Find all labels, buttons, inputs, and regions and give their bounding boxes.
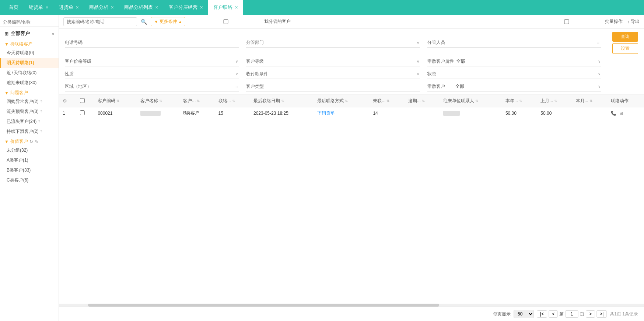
edit-icon[interactable]: ✎ — [35, 139, 38, 144]
filter-price-tier[interactable]: 客户价格等级 ∨ — [65, 57, 239, 66]
filter-dept: 分管部门 ∨ — [246, 38, 420, 48]
filter-scatter-attr[interactable]: 零散客户属性 全部 ∨ — [427, 57, 601, 66]
filter-customer-tier[interactable]: 客户等级 ∨ — [246, 57, 420, 66]
sort-icon[interactable]: ⇅ — [281, 99, 284, 103]
query-button[interactable]: 查询 — [612, 32, 638, 42]
filter-payment-terms[interactable]: 收付款条件 ∨ — [246, 69, 420, 79]
batch-ops-button[interactable]: 批量操作 — [530, 18, 623, 25]
my-customers-checkbox-container[interactable]: 我分管的客户 — [189, 18, 291, 25]
phone-input[interactable] — [93, 40, 239, 45]
filter-status[interactable]: 状态 ∨ — [427, 69, 601, 79]
row-select-checkbox[interactable] — [80, 110, 85, 115]
filter-customer-type[interactable]: 客户类型 — [246, 82, 420, 92]
row-contact-person: •••• — [440, 107, 502, 119]
close-icon[interactable]: ✕ — [200, 5, 203, 10]
help-icon[interactable]: ? — [40, 110, 42, 114]
my-customers-checkbox[interactable] — [189, 19, 263, 24]
refresh-icon[interactable]: ↻ — [29, 139, 33, 144]
filter-region[interactable]: 区域（地区） ··· — [65, 82, 239, 92]
sidebar-item-today[interactable]: 今天待联络(0) — [0, 48, 59, 58]
last-method-link[interactable]: 下销货单 — [317, 110, 335, 115]
table-row: 1 000021 Ea B类客户 15 2023-05-23 18:25: 下销… — [59, 107, 644, 119]
settings-button[interactable]: 设置 — [612, 43, 638, 54]
more-conditions-button[interactable]: ▼ 更多条件 ▲ — [151, 17, 185, 26]
nav-product-analysis[interactable]: 商品分析 ✕ — [84, 0, 119, 15]
filter-scatter-customer[interactable]: 零散客户 全部 ∨ — [427, 82, 601, 92]
close-icon[interactable]: ✕ — [235, 5, 238, 10]
close-icon[interactable]: ✕ — [155, 5, 158, 10]
top-nav: 首页 销货单 ✕ 进货单 ✕ 商品分析 ✕ 商品分析列表 ✕ 客户分层经营 ✕ … — [0, 0, 644, 15]
search-button[interactable]: 🔍 — [141, 19, 147, 25]
nav-product-list[interactable]: 商品分析列表 ✕ — [119, 0, 164, 15]
help-icon[interactable]: ? — [40, 100, 42, 104]
first-page-button[interactable]: |< — [537, 310, 547, 318]
sort-icon[interactable]: ⇅ — [159, 99, 162, 103]
close-icon[interactable]: ✕ — [76, 5, 79, 10]
sort-icon[interactable]: ⇅ — [589, 99, 592, 103]
sort-icon[interactable]: ⇅ — [422, 99, 425, 103]
sidebar-item-tomorrow[interactable]: 明天待联络(1) — [0, 58, 59, 68]
filter-row-4: 区域（地区） ··· 客户类型 零散客户 全部 ∨ — [65, 82, 638, 92]
page-number-input[interactable] — [565, 310, 578, 318]
gear-icon[interactable]: ⚙ — [63, 98, 67, 104]
sort-icon[interactable]: ⇅ — [554, 99, 557, 103]
batch-checkbox[interactable] — [530, 19, 603, 24]
per-page-select[interactable]: 50 100 200 — [514, 310, 534, 318]
sidebar-all-customers[interactable]: ⊞ 全部客户 « — [0, 28, 59, 39]
sidebar-search-container: 🔍 — [0, 18, 59, 27]
sidebar-item-ungrouped[interactable]: 未分组(32) — [0, 145, 59, 155]
nav-sales[interactable]: 销货单 ✕ — [24, 0, 54, 15]
help-icon[interactable]: ? — [38, 120, 40, 124]
page-suffix: 页 — [580, 311, 584, 317]
th-type: 客户...⇅ — [179, 95, 214, 107]
next-page-button[interactable]: > — [586, 310, 595, 318]
nav-customer-tier[interactable]: 客户分层经营 ✕ — [164, 0, 208, 15]
help-icon[interactable]: ? — [40, 130, 42, 134]
filter-nature[interactable]: 性质 ∨ — [65, 69, 239, 79]
sort-icon[interactable]: ⇅ — [116, 99, 119, 103]
sidebar-item-overdue[interactable]: 逾期未联络(30) — [0, 78, 59, 88]
grid-action-icon[interactable]: ⊞ — [619, 111, 623, 116]
sort-icon[interactable]: ⇅ — [232, 99, 235, 103]
th-gear[interactable]: ⚙ — [59, 95, 76, 107]
sidebar-search-input[interactable] — [3, 20, 58, 25]
sort-icon[interactable]: ⇅ — [345, 99, 348, 103]
collapse-icon[interactable]: « — [52, 31, 54, 36]
filter-person[interactable]: 分管人员 ··· — [427, 38, 601, 48]
search-input[interactable] — [63, 17, 137, 26]
contact-person-masked: •••• — [443, 111, 460, 116]
sidebar-item-c-class[interactable]: C类客户(6) — [0, 175, 59, 185]
sidebar-item-declining[interactable]: 持续下滑客户(2) ? — [0, 127, 59, 137]
sidebar-item-churn-warning[interactable]: 流失预警客户(3) ? — [0, 107, 59, 117]
horizontal-scrollbar[interactable] — [59, 304, 644, 307]
action-icons-container: 📞 ⊞ — [611, 111, 640, 116]
sidebar-item-7days[interactable]: 近7天待联络(0) — [0, 68, 59, 78]
sidebar-item-a-class[interactable]: A类客户(1) — [0, 155, 59, 165]
th-last-method: 最后联络方式⇅ — [314, 95, 369, 107]
nav-purchase[interactable]: 进货单 ✕ — [54, 0, 84, 15]
sort-icon[interactable]: ⇅ — [475, 99, 478, 103]
sidebar-item-repurchase-abnormal[interactable]: 回购异常客户(2) ? — [0, 97, 59, 107]
row-last-method[interactable]: 下销货单 — [314, 107, 369, 119]
table-header-row: ⚙ 客户编码⇅ 客户名称⇅ 客户...⇅ 联络...⇅ 最后联络日期⇅ 最后联络… — [59, 95, 644, 107]
prev-page-button[interactable]: < — [549, 310, 558, 318]
close-icon[interactable]: ✕ — [111, 5, 114, 10]
sidebar-item-b-class[interactable]: B类客户(33) — [0, 165, 59, 175]
nav-home[interactable]: 首页 — [4, 0, 24, 15]
select-all-checkbox[interactable] — [80, 98, 85, 103]
sort-icon[interactable]: ⇅ — [519, 99, 522, 103]
sort-icon[interactable]: ⇅ — [386, 99, 389, 103]
scrollbar-thumb[interactable] — [88, 304, 439, 307]
table-area: ⚙ 客户编码⇅ 客户名称⇅ 客户...⇅ 联络...⇅ 最后联络日期⇅ 最后联络… — [59, 95, 644, 304]
close-icon[interactable]: ✕ — [45, 5, 49, 10]
nav-customer-contact[interactable]: 客户联络 ✕ — [208, 0, 243, 15]
sidebar-item-churned[interactable]: 已流失客户(24) ? — [0, 117, 59, 127]
sort-icon[interactable]: ⇅ — [197, 99, 200, 103]
export-button[interactable]: ↑ 导出 — [627, 18, 640, 25]
last-page-button[interactable]: >| — [596, 310, 607, 318]
row-checkbox[interactable] — [76, 107, 94, 119]
phone-action-icon[interactable]: 📞 — [611, 111, 616, 116]
th-checkbox[interactable] — [76, 95, 94, 107]
problem-group-title: ▼ 问题客户 — [0, 88, 59, 97]
filter-row-3: 性质 ∨ 收付款条件 ∨ 状态 ∨ — [65, 69, 638, 79]
